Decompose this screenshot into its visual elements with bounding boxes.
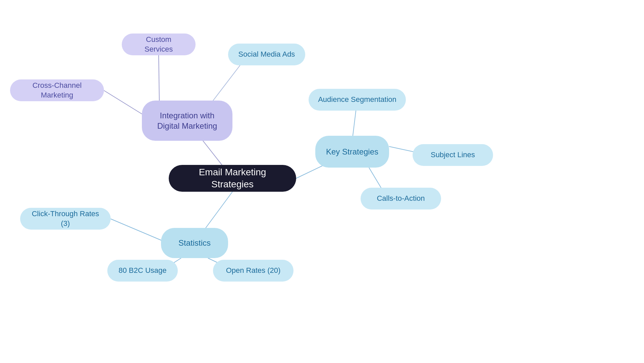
- center-node[interactable]: Email Marketing Strategies: [169, 165, 296, 192]
- social-media-node[interactable]: Social Media Ads: [228, 44, 305, 65]
- audience-node[interactable]: Audience Segmentation: [309, 89, 406, 111]
- key-strategies-node[interactable]: Key Strategies: [315, 136, 389, 168]
- custom-services-node[interactable]: Custom Services: [122, 34, 196, 55]
- integration-node[interactable]: Integration with Digital Marketing: [142, 101, 232, 141]
- b2c-label: 80 B2C Usage: [118, 266, 166, 276]
- social-media-label: Social Media Ads: [238, 50, 295, 59]
- subject-lines-label: Subject Lines: [431, 150, 475, 160]
- svg-line-9: [111, 219, 168, 243]
- calls-to-action-label: Calls-to-Action: [377, 194, 425, 203]
- svg-line-2: [104, 90, 142, 114]
- center-label: Email Marketing Strategies: [178, 166, 287, 191]
- cross-channel-node[interactable]: Cross-Channel Marketing: [10, 79, 104, 101]
- b2c-node[interactable]: 80 B2C Usage: [107, 260, 178, 282]
- integration-label: Integration with Digital Marketing: [151, 110, 223, 131]
- audience-label: Audience Segmentation: [318, 95, 396, 105]
- key-strategies-label: Key Strategies: [326, 146, 378, 157]
- ctr-label: Click-Through Rates (3): [30, 209, 101, 228]
- ctr-node[interactable]: Click-Through Rates (3): [20, 208, 111, 230]
- calls-to-action-node[interactable]: Calls-to-Action: [361, 188, 441, 209]
- custom-services-label: Custom Services: [131, 35, 186, 54]
- statistics-label: Statistics: [178, 238, 211, 248]
- open-rates-node[interactable]: Open Rates (20): [213, 260, 293, 282]
- cross-channel-label: Cross-Channel Marketing: [19, 81, 95, 100]
- statistics-node[interactable]: Statistics: [161, 228, 228, 258]
- svg-line-1: [159, 55, 159, 101]
- subject-lines-node[interactable]: Subject Lines: [413, 144, 493, 166]
- open-rates-label: Open Rates (20): [226, 266, 281, 276]
